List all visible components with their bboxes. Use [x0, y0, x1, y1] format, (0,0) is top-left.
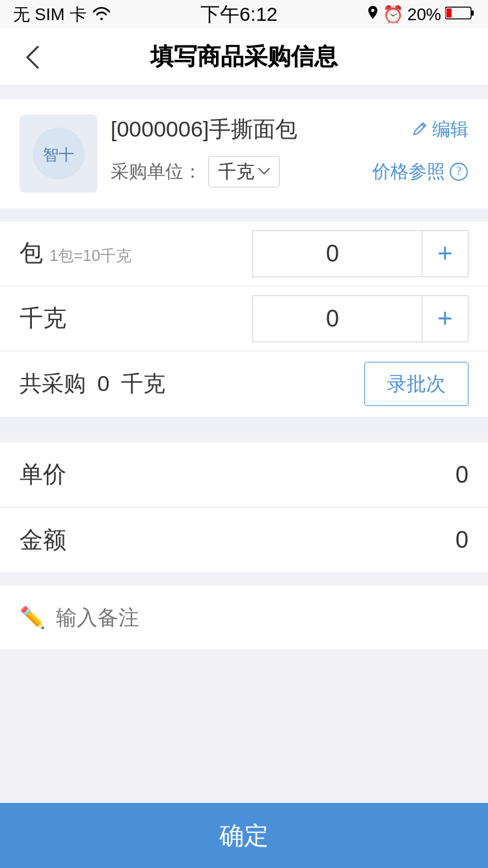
- product-card: 智十 [0000006]手撕面包 编辑 采购单位： 千克: [0, 99, 488, 208]
- alarm-icon: ⏰: [383, 5, 403, 25]
- unit-dropdown[interactable]: 千克: [208, 156, 280, 187]
- input-section: 包 1包=10千克 + 千克 + 共采购: [0, 221, 488, 416]
- kg-input[interactable]: [252, 295, 422, 342]
- product-name-row: [0000006]手撕面包 编辑: [111, 115, 468, 144]
- section-divider-2: [0, 416, 488, 429]
- pencil-icon: ✏️: [20, 605, 46, 630]
- confirm-button[interactable]: 确定: [0, 803, 488, 868]
- status-bar: 无 SIM 卡 下午6:12 ⏰ 20%: [0, 0, 488, 29]
- total-text: 共采购 0 千克: [20, 369, 165, 399]
- price-info-section: 单价 0 金额 0: [0, 442, 488, 573]
- total-row: 共采购 0 千克 录批次: [0, 351, 488, 416]
- kg-plus-button[interactable]: +: [422, 295, 468, 342]
- nav-bar: 填写商品采购信息: [0, 29, 488, 86]
- product-info: [0000006]手撕面包 编辑 采购单位： 千克: [111, 115, 468, 187]
- section-divider-1: [0, 208, 488, 221]
- bag-input-right: +: [252, 230, 468, 277]
- amount-row: 金额 0: [0, 508, 488, 573]
- notes-input[interactable]: [56, 606, 468, 630]
- notes-section: ✏️: [0, 586, 488, 649]
- edit-link[interactable]: 编辑: [411, 117, 468, 142]
- bag-input-row: 包 1包=10千克 +: [0, 221, 488, 286]
- kg-label: 千克: [20, 303, 66, 334]
- wifi-icon: [92, 5, 111, 25]
- unit-price-value: 0: [455, 461, 468, 489]
- unit-price-label: 单价: [20, 459, 66, 491]
- bag-input[interactable]: [252, 230, 422, 277]
- status-time: 下午6:12: [200, 1, 277, 28]
- status-left: 无 SIM 卡: [13, 3, 111, 26]
- amount-label: 金额: [20, 524, 66, 556]
- price-ref-link[interactable]: 价格参照 ?: [372, 159, 468, 184]
- bag-plus-button[interactable]: +: [422, 230, 468, 277]
- amount-value: 0: [455, 526, 468, 554]
- purchase-unit-row: 采购单位： 千克 价格参照 ?: [111, 156, 468, 187]
- unit-label: 采购单位：: [111, 159, 202, 184]
- back-button[interactable]: [13, 38, 52, 77]
- battery-text: 20%: [407, 5, 441, 25]
- batch-button[interactable]: 录批次: [364, 362, 468, 406]
- battery-icon: [445, 5, 475, 25]
- svg-rect-1: [471, 10, 474, 16]
- status-right: ⏰ 20%: [367, 5, 475, 25]
- purchase-unit-left: 采购单位： 千克: [111, 156, 280, 187]
- unit-price-row: 单价 0: [0, 442, 488, 508]
- product-image: 智十: [20, 115, 98, 193]
- product-name: [0000006]手撕面包: [111, 115, 297, 144]
- svg-text:智十: 智十: [43, 146, 74, 163]
- svg-rect-2: [446, 8, 452, 18]
- svg-text:?: ?: [456, 165, 461, 178]
- kg-input-right: +: [252, 295, 468, 342]
- nav-title: 填写商品采购信息: [150, 41, 338, 73]
- carrier-text: 无 SIM 卡: [13, 3, 87, 26]
- bag-label: 包 1包=10千克: [20, 237, 131, 269]
- kg-input-row: 千克 +: [0, 286, 488, 351]
- location-icon: [367, 5, 379, 25]
